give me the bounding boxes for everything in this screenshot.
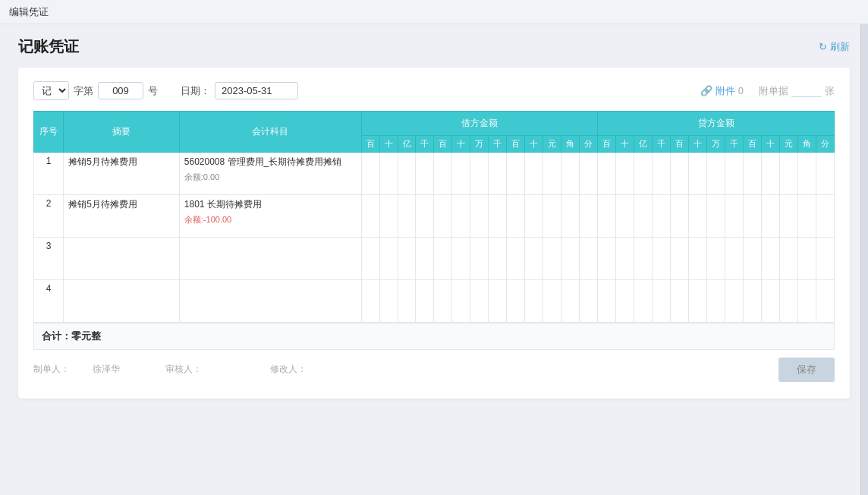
cell-amount-digit[interactable] — [507, 153, 525, 195]
cell-amount-digit[interactable] — [452, 238, 470, 280]
cell-amount-digit[interactable] — [653, 153, 671, 195]
cell-amount-digit[interactable] — [398, 238, 416, 280]
cell-amount-digit[interactable] — [616, 153, 634, 195]
table-row[interactable]: 1摊销5月待摊费用56020008 管理费用_长期待摊费用摊销余额:0.00 — [34, 153, 835, 195]
cell-amount-digit[interactable] — [598, 195, 616, 238]
cell-amount-digit[interactable] — [434, 153, 452, 195]
cell-amount-digit[interactable] — [598, 153, 616, 195]
zhang-input[interactable] — [791, 85, 822, 97]
cell-amount-digit[interactable] — [561, 280, 580, 323]
cell-summary[interactable]: 摊销5月待摊费用 — [64, 195, 180, 238]
voucher-number-input[interactable] — [98, 82, 143, 99]
cell-amount-digit[interactable] — [743, 195, 761, 238]
cell-amount-digit[interactable] — [434, 195, 452, 238]
cell-amount-digit[interactable] — [379, 280, 398, 323]
cell-amount-digit[interactable] — [779, 153, 797, 195]
date-input[interactable] — [215, 82, 298, 99]
cell-amount-digit[interactable] — [416, 153, 434, 195]
cell-amount-digit[interactable] — [779, 280, 797, 323]
cell-amount-digit[interactable] — [543, 238, 561, 280]
cell-amount-digit[interactable] — [634, 280, 653, 323]
cell-amount-digit[interactable] — [779, 238, 797, 280]
scrollbar[interactable] — [860, 24, 868, 495]
cell-amount-digit[interactable] — [379, 195, 398, 238]
cell-amount-digit[interactable] — [761, 195, 779, 238]
cell-amount-digit[interactable] — [507, 195, 525, 238]
cell-amount-digit[interactable] — [561, 153, 580, 195]
cell-amount-digit[interactable] — [452, 280, 470, 323]
attachment-label[interactable]: 附件 — [715, 84, 735, 98]
cell-amount-digit[interactable] — [416, 238, 434, 280]
cell-amount-digit[interactable] — [797, 238, 816, 280]
cell-amount-digit[interactable] — [816, 195, 834, 238]
cell-amount-digit[interactable] — [434, 238, 452, 280]
cell-amount-digit[interactable] — [634, 238, 653, 280]
cell-amount-digit[interactable] — [689, 280, 707, 323]
cell-amount-digit[interactable] — [706, 238, 725, 280]
cell-amount-digit[interactable] — [653, 238, 671, 280]
cell-subject[interactable] — [179, 280, 361, 323]
voucher-type-select[interactable]: 记 收 付 转 — [33, 81, 69, 100]
cell-amount-digit[interactable] — [797, 280, 816, 323]
cell-amount-digit[interactable] — [743, 238, 761, 280]
cell-amount-digit[interactable] — [361, 280, 379, 323]
cell-amount-digit[interactable] — [671, 238, 689, 280]
cell-amount-digit[interactable] — [761, 280, 779, 323]
cell-amount-digit[interactable] — [797, 153, 816, 195]
cell-amount-digit[interactable] — [489, 195, 507, 238]
cell-amount-digit[interactable] — [361, 153, 379, 195]
cell-amount-digit[interactable] — [398, 195, 416, 238]
cell-amount-digit[interactable] — [379, 153, 398, 195]
cell-amount-digit[interactable] — [706, 280, 725, 323]
cell-amount-digit[interactable] — [653, 195, 671, 238]
cell-amount-digit[interactable] — [507, 238, 525, 280]
cell-amount-digit[interactable] — [706, 153, 725, 195]
cell-amount-digit[interactable] — [452, 195, 470, 238]
cell-amount-digit[interactable] — [525, 238, 543, 280]
cell-amount-digit[interactable] — [580, 195, 598, 238]
cell-amount-digit[interactable] — [671, 195, 689, 238]
cell-amount-digit[interactable] — [725, 195, 743, 238]
cell-subject[interactable] — [179, 238, 361, 280]
cell-amount-digit[interactable] — [598, 280, 616, 323]
cell-amount-digit[interactable] — [489, 153, 507, 195]
refresh-button[interactable]: ↻ 刷新 — [819, 40, 850, 54]
cell-amount-digit[interactable] — [816, 280, 834, 323]
cell-summary[interactable]: 摊销5月待摊费用 — [64, 153, 180, 195]
cell-amount-digit[interactable] — [561, 195, 580, 238]
cell-amount-digit[interactable] — [634, 153, 653, 195]
cell-amount-digit[interactable] — [689, 238, 707, 280]
cell-amount-digit[interactable] — [489, 280, 507, 323]
cell-amount-digit[interactable] — [725, 153, 743, 195]
cell-amount-digit[interactable] — [470, 280, 489, 323]
cell-amount-digit[interactable] — [761, 153, 779, 195]
cell-amount-digit[interactable] — [743, 280, 761, 323]
save-button[interactable]: 保存 — [778, 358, 835, 382]
cell-amount-digit[interactable] — [743, 153, 761, 195]
cell-amount-digit[interactable] — [779, 195, 797, 238]
cell-amount-digit[interactable] — [452, 153, 470, 195]
cell-amount-digit[interactable] — [525, 153, 543, 195]
cell-amount-digit[interactable] — [379, 238, 398, 280]
cell-amount-digit[interactable] — [398, 280, 416, 323]
cell-amount-digit[interactable] — [470, 153, 489, 195]
cell-amount-digit[interactable] — [616, 238, 634, 280]
cell-summary[interactable] — [64, 280, 180, 323]
cell-amount-digit[interactable] — [416, 195, 434, 238]
cell-amount-digit[interactable] — [797, 195, 816, 238]
cell-amount-digit[interactable] — [361, 238, 379, 280]
cell-summary[interactable] — [64, 238, 180, 280]
cell-amount-digit[interactable] — [671, 153, 689, 195]
cell-amount-digit[interactable] — [361, 195, 379, 238]
cell-amount-digit[interactable] — [689, 153, 707, 195]
cell-amount-digit[interactable] — [398, 153, 416, 195]
cell-amount-digit[interactable] — [470, 238, 489, 280]
cell-amount-digit[interactable] — [616, 280, 634, 323]
table-row[interactable]: 3 — [34, 238, 835, 280]
cell-amount-digit[interactable] — [616, 195, 634, 238]
cell-amount-digit[interactable] — [580, 280, 598, 323]
cell-amount-digit[interactable] — [470, 195, 489, 238]
cell-amount-digit[interactable] — [525, 195, 543, 238]
cell-amount-digit[interactable] — [598, 238, 616, 280]
table-row[interactable]: 2摊销5月待摊费用1801 长期待摊费用余额:-100.00 — [34, 195, 835, 238]
